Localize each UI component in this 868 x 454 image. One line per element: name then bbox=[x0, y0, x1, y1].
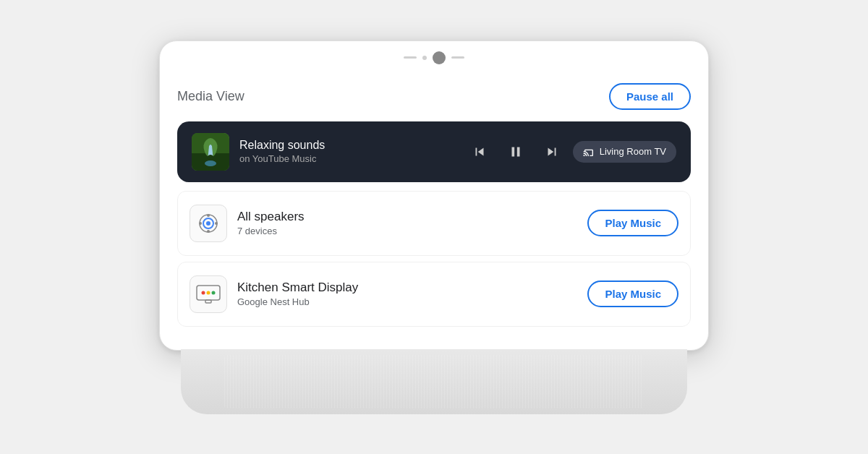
cast-device-name: Living Room TV bbox=[600, 146, 666, 157]
player-controls bbox=[469, 141, 563, 163]
device-dash-right bbox=[451, 56, 464, 59]
album-art-image bbox=[192, 133, 229, 171]
kitchen-display-info: Kitchen Smart Display Google Nest Hub bbox=[237, 280, 358, 307]
skip-back-button[interactable] bbox=[469, 141, 490, 163]
all-speakers-item: All speakers 7 devices Play Music bbox=[177, 191, 691, 256]
cast-badge: Living Room TV bbox=[573, 141, 676, 163]
all-speakers-icon-box bbox=[190, 205, 227, 242]
track-name: Relaxing sounds bbox=[239, 139, 459, 152]
all-speakers-subtitle: 7 devices bbox=[237, 226, 305, 236]
device-dash-left bbox=[404, 56, 417, 59]
svg-point-5 bbox=[206, 221, 210, 226]
svg-point-2 bbox=[205, 160, 216, 166]
pause-button[interactable] bbox=[505, 141, 527, 163]
nest-hub-icon-box bbox=[190, 275, 227, 313]
track-info: Relaxing sounds on YouTube Music bbox=[239, 139, 459, 164]
device-wrapper: Media View Pause all bbox=[159, 40, 709, 414]
skip-back-icon bbox=[472, 144, 488, 160]
kitchen-display-name: Kitchen Smart Display bbox=[237, 280, 358, 295]
kitchen-display-subtitle: Google Nest Hub bbox=[237, 296, 358, 307]
kitchen-display-play-button[interactable]: Play Music bbox=[587, 280, 678, 307]
media-view-title: Media View bbox=[177, 89, 244, 104]
device-dot-left bbox=[422, 56, 427, 60]
album-art bbox=[192, 133, 229, 171]
album-art-svg bbox=[192, 133, 229, 171]
svg-point-12 bbox=[202, 291, 205, 294]
all-speakers-play-button[interactable]: Play Music bbox=[587, 210, 678, 236]
skip-forward-button[interactable] bbox=[541, 141, 563, 163]
device-list: All speakers 7 devices Play Music bbox=[177, 191, 691, 333]
now-playing-card: Relaxing sounds on YouTube Music bbox=[177, 121, 691, 182]
nest-hub-icon bbox=[195, 284, 221, 304]
svg-rect-11 bbox=[205, 300, 211, 303]
all-speakers-left: All speakers 7 devices bbox=[190, 205, 305, 242]
device-top-bar bbox=[160, 41, 708, 72]
all-speakers-info: All speakers 7 devices bbox=[237, 210, 305, 236]
skip-forward-icon bbox=[544, 144, 560, 160]
cast-icon bbox=[583, 146, 595, 158]
device-screen: Media View Pause all bbox=[159, 40, 709, 351]
kitchen-display-left: Kitchen Smart Display Google Nest Hub bbox=[190, 275, 358, 313]
media-view-header: Media View Pause all bbox=[177, 83, 691, 110]
svg-point-6 bbox=[207, 214, 210, 217]
svg-point-7 bbox=[207, 230, 210, 233]
svg-point-9 bbox=[215, 222, 218, 225]
pause-all-button[interactable]: Pause all bbox=[609, 83, 691, 110]
kitchen-display-item: Kitchen Smart Display Google Nest Hub Pl… bbox=[177, 262, 691, 327]
svg-point-14 bbox=[212, 291, 216, 294]
device-dot-active bbox=[433, 51, 446, 64]
track-source: on YouTube Music bbox=[239, 153, 459, 164]
device-base bbox=[181, 349, 687, 414]
all-speakers-icon bbox=[197, 213, 219, 234]
svg-point-8 bbox=[199, 222, 202, 225]
all-speakers-name: All speakers bbox=[237, 210, 305, 224]
svg-point-13 bbox=[207, 291, 210, 294]
screen-content: Media View Pause all bbox=[160, 72, 708, 350]
pause-icon bbox=[508, 144, 524, 160]
